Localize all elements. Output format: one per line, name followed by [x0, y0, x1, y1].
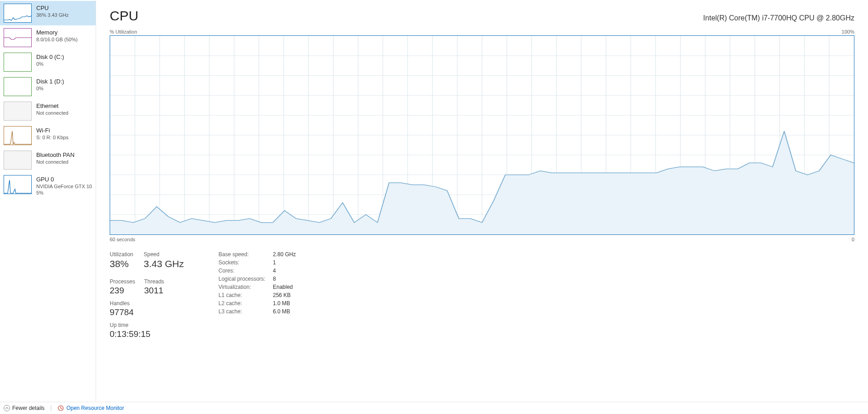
spec-value: 1.0 MB: [273, 300, 290, 307]
spec-label: L1 cache:: [218, 292, 273, 298]
spec-row: Cores:4: [218, 268, 296, 274]
sidebar-item-label: GPU 0: [36, 176, 92, 183]
axis-label-top-left: % Utilization: [110, 29, 137, 34]
axis-label-top-right: 100%: [842, 29, 854, 34]
spec-value: 6.0 MB: [273, 308, 290, 315]
spec-label: Logical processors:: [218, 276, 273, 282]
sidebar-item-sub: S: 0 R: 0 Kbps: [36, 135, 92, 140]
stat-uptime-label: Up time: [110, 322, 200, 328]
fewer-details-label: Fewer details: [12, 405, 44, 411]
ethernet-thumb-icon: [4, 102, 32, 121]
page-title: CPU: [110, 8, 138, 24]
spec-label: Cores:: [218, 268, 273, 274]
axis-label-bottom-right: 0: [852, 237, 854, 242]
sidebar-item-sub: NVIDIA GeForce GTX 10: [36, 184, 92, 189]
spec-value: 1: [273, 259, 276, 266]
cpu-chart: [110, 35, 854, 235]
stat-handles-value: 97784: [110, 307, 135, 317]
stat-threads-value: 3011: [144, 286, 169, 296]
stat-utilization-label: Utilization: [110, 251, 135, 258]
content-panel: CPU Intel(R) Core(TM) i7-7700HQ CPU @ 2.…: [96, 0, 868, 402]
cpu-thumb-icon: [4, 4, 32, 23]
memory-thumb-icon: [4, 28, 32, 47]
fewer-details-button[interactable]: Fewer details: [4, 405, 44, 411]
footer: Fewer details Open Resource Monitor: [0, 402, 868, 414]
spec-label: Virtualization:: [218, 284, 273, 290]
spec-value: 2.80 GHz: [273, 251, 296, 258]
stat-utilization-value: 38%: [110, 258, 135, 269]
disk-thumb-icon: [4, 53, 32, 72]
spec-row: L3 cache:6.0 MB: [218, 308, 296, 315]
open-resource-monitor-link[interactable]: Open Resource Monitor: [58, 405, 124, 411]
bluetooth-thumb-icon: [4, 151, 32, 170]
sidebar-item-gpu0[interactable]: GPU 0 NVIDIA GeForce GTX 10 5%: [0, 172, 96, 198]
spec-row: L1 cache:256 KB: [218, 292, 296, 298]
sidebar-item-label: Disk 0 (C:): [36, 54, 92, 60]
wifi-thumb-icon: [4, 126, 32, 145]
spec-label: L3 cache:: [218, 308, 273, 315]
stat-speed-value: 3.43 GHz: [144, 258, 184, 269]
sidebar-item-sub: Not connected: [36, 159, 92, 165]
chevron-up-icon: [4, 405, 10, 411]
gpu-thumb-icon: [4, 175, 32, 194]
footer-separator: [51, 405, 51, 411]
cpu-specs: Base speed:2.80 GHzSockets:1Cores:4Logic…: [218, 251, 296, 339]
sidebar-item-memory[interactable]: Memory 8.0/16.0 GB (50%): [0, 25, 96, 50]
sidebar-item-label: Memory: [36, 29, 92, 36]
sidebar-item-label: CPU: [36, 5, 92, 11]
disk-thumb-icon: [4, 77, 32, 96]
axis-label-bottom-left: 60 seconds: [110, 237, 135, 242]
sidebar-item-ethernet[interactable]: Ethernet Not connected: [0, 99, 96, 123]
spec-value: 8: [273, 276, 276, 282]
resource-monitor-icon: [58, 405, 64, 411]
sidebar-item-sub: 0%: [36, 61, 92, 67]
svg-line-40: [61, 408, 62, 409]
sidebar-item-label: Wi-Fi: [36, 127, 92, 134]
stat-speed-label: Speed: [144, 251, 184, 258]
sidebar-item-cpu[interactable]: CPU 38% 3.43 GHz: [0, 1, 96, 25]
spec-label: L2 cache:: [218, 300, 273, 307]
spec-label: Sockets:: [218, 259, 273, 266]
sidebar-item-disk0[interactable]: Disk 0 (C:) 0%: [0, 50, 96, 74]
open-resource-monitor-label: Open Resource Monitor: [66, 405, 124, 411]
spec-value: 4: [273, 268, 276, 274]
stat-threads-label: Threads: [144, 278, 169, 285]
stat-uptime-value: 0:13:59:15: [110, 329, 200, 339]
spec-value: Enabled: [273, 284, 293, 290]
sidebar-item-label: Bluetooth PAN: [36, 151, 92, 158]
spec-label: Base speed:: [218, 251, 273, 258]
stats-summary: Utilization 38% Speed 3.43 GHz Processes…: [110, 251, 200, 339]
sidebar-item-sub: 38% 3.43 GHz: [36, 12, 92, 18]
sidebar-item-sub2: 5%: [36, 190, 92, 195]
stat-processes-label: Processes: [110, 278, 135, 285]
spec-row: Virtualization:Enabled: [218, 284, 296, 290]
stat-processes-value: 239: [110, 286, 135, 296]
cpu-model-text: Intel(R) Core(TM) i7-7700HQ CPU @ 2.80GH…: [703, 14, 854, 22]
sidebar-item-sub: 0%: [36, 86, 92, 91]
spec-row: L2 cache:1.0 MB: [218, 300, 296, 307]
sidebar-item-bluetooth[interactable]: Bluetooth PAN Not connected: [0, 148, 96, 172]
sidebar-item-sub: Not connected: [36, 110, 92, 116]
sidebar-item-label: Disk 1 (D:): [36, 78, 92, 85]
sidebar-item-wifi[interactable]: Wi-Fi S: 0 R: 0 Kbps: [0, 123, 96, 148]
spec-value: 256 KB: [273, 292, 291, 298]
sidebar-item-label: Ethernet: [36, 102, 92, 109]
spec-row: Sockets:1: [218, 259, 296, 266]
sidebar-item-disk1[interactable]: Disk 1 (D:) 0%: [0, 74, 96, 99]
sidebar: CPU 38% 3.43 GHz Memory 8.0/16.0 GB (50%…: [0, 0, 96, 402]
spec-row: Base speed:2.80 GHz: [218, 251, 296, 258]
stat-handles-label: Handles: [110, 300, 135, 307]
sidebar-item-sub: 8.0/16.0 GB (50%): [36, 37, 92, 42]
spec-row: Logical processors:8: [218, 276, 296, 282]
